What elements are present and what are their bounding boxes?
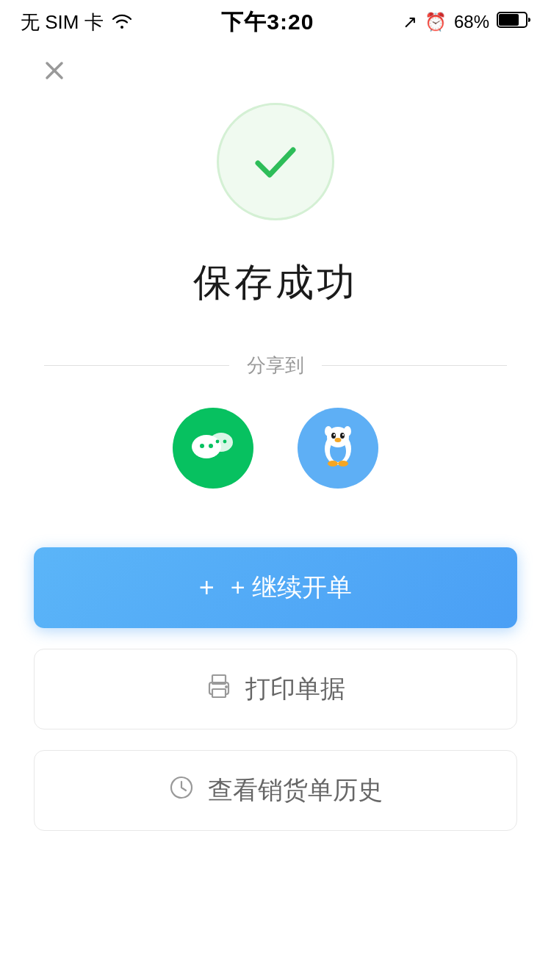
actions-container: + + 继续开单 打印单据 查看销货单历 — [0, 547, 551, 831]
status-left: 无 SIM 卡 — [21, 10, 133, 35]
plus-icon: + — [199, 572, 215, 603]
success-circle — [217, 103, 334, 220]
svg-point-16 — [342, 434, 344, 436]
continue-label: + 继续开单 — [231, 571, 352, 605]
no-sim-text: 无 SIM 卡 — [21, 10, 104, 35]
share-icons — [173, 408, 378, 489]
status-time: 下午3:20 — [221, 7, 314, 37]
divider-row: 分享到 — [0, 353, 551, 378]
svg-point-14 — [340, 433, 345, 439]
battery-text: 68% — [454, 12, 489, 32]
battery-icon — [497, 11, 530, 33]
svg-point-5 — [209, 433, 233, 452]
success-title: 保存成功 — [193, 257, 358, 309]
svg-point-25 — [225, 685, 228, 688]
continue-button[interactable]: + + 继续开单 — [34, 547, 517, 628]
svg-point-20 — [325, 426, 332, 436]
print-label: 打印单据 — [245, 672, 345, 706]
history-button[interactable]: 查看销货单历史 — [34, 750, 517, 831]
close-button[interactable] — [35, 51, 73, 90]
svg-point-7 — [209, 444, 213, 448]
svg-point-19 — [338, 461, 348, 466]
status-bar: 无 SIM 卡 下午3:20 ↗ ⏰ 68% — [0, 0, 551, 44]
svg-point-17 — [335, 438, 342, 442]
svg-point-13 — [331, 433, 336, 439]
alarm-icon: ⏰ — [425, 12, 447, 32]
location-icon: ↗ — [403, 12, 417, 32]
share-label: 分享到 — [229, 353, 322, 378]
history-icon — [168, 774, 195, 807]
svg-point-21 — [344, 426, 351, 436]
qq-share-button[interactable] — [298, 408, 378, 489]
wechat-share-button[interactable] — [173, 408, 253, 489]
share-section: 分享到 — [0, 353, 551, 489]
print-button[interactable]: 打印单据 — [34, 649, 517, 729]
svg-rect-23 — [212, 689, 226, 697]
main-content: 保存成功 分享到 — [0, 44, 551, 831]
svg-rect-1 — [499, 14, 519, 26]
svg-point-18 — [328, 461, 338, 466]
print-icon — [206, 674, 232, 705]
svg-point-15 — [334, 434, 335, 436]
svg-point-8 — [216, 440, 220, 444]
wifi-icon — [111, 11, 133, 34]
status-right: ↗ ⏰ 68% — [403, 11, 530, 33]
history-label: 查看销货单历史 — [208, 774, 383, 807]
divider-right — [322, 365, 507, 366]
divider-left — [44, 365, 229, 366]
svg-point-6 — [200, 444, 204, 448]
svg-point-9 — [223, 440, 227, 444]
